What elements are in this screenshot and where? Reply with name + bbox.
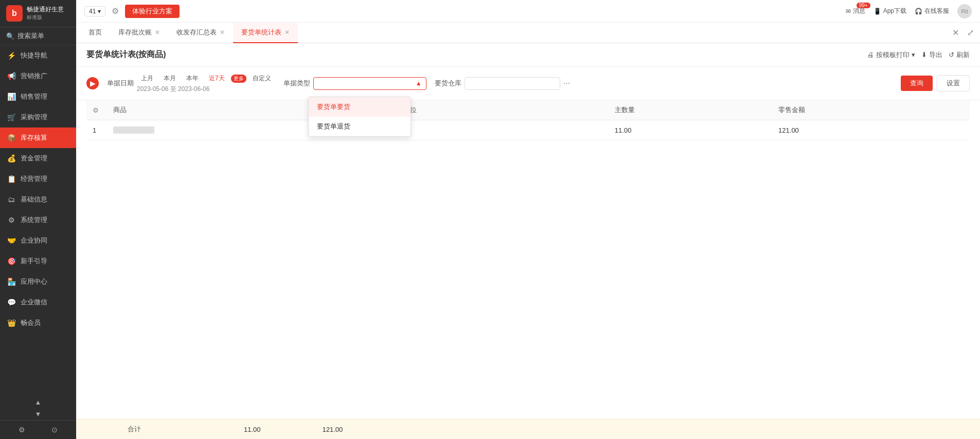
headset-icon: 🎧 [915, 8, 922, 15]
sidebar-item-label: 基础信息 [21, 195, 47, 204]
sidebar-item-operations[interactable]: 📋 经营管理 [0, 169, 76, 189]
filter-date-group: 单据日期 上月 本月 本年 近7天 更多 自定义 2023-05-06 至 20… [107, 73, 275, 94]
settings-btn[interactable]: 设置 [937, 75, 970, 92]
this-year-btn[interactable]: 本年 [182, 73, 203, 84]
last-month-btn[interactable]: 上月 [137, 73, 157, 84]
filter-bar: ▶ 单据日期 上月 本月 本年 近7天 更多 自定义 2023-05-06 至 … [76, 67, 980, 100]
query-btn[interactable]: 查询 [901, 76, 933, 91]
sidebar-item-marketing[interactable]: 📢 营销推广 [0, 66, 76, 86]
tab-label: 库存批次账 [118, 28, 152, 37]
sidebar-item-guide[interactable]: 🎯 新手引导 [0, 251, 76, 271]
print-label: 按模板打印 [876, 50, 910, 60]
tab-close-icon[interactable]: ✕ [284, 29, 290, 36]
page-actions: 🖨 按模板打印 ▾ ⬇ 导出 ↺ 刷新 [867, 50, 970, 66]
sidebar-item-wechat[interactable]: 💬 企业微信 [0, 292, 76, 313]
table-head: ⚙ 商品 主计量单位 主数量 零售金额 [86, 100, 970, 120]
sidebar-item-sales[interactable]: 📊 销售管理 [0, 86, 76, 107]
tab-label: 要货单统计表 [241, 28, 281, 37]
sidebar-item-appstore[interactable]: 🏪 应用中心 [0, 271, 76, 292]
sidebar-item-label: 企业微信 [21, 298, 47, 307]
sidebar-item-system[interactable]: ⚙ 系统管理 [0, 210, 76, 230]
enterprise-icon: 🤝 [6, 235, 16, 246]
quick-nav-icon: ⚡ [6, 50, 16, 61]
print-btn[interactable]: 🖨 按模板打印 ▾ [867, 50, 915, 60]
tab-close-icon[interactable]: ✕ [155, 29, 160, 36]
this-month-btn[interactable]: 本月 [159, 73, 180, 84]
filter-expand-btn[interactable]: ▶ [86, 77, 99, 89]
tab-request-stats[interactable]: 要货单统计表 ✕ [233, 23, 298, 43]
company-selector[interactable]: 41 ▾ [84, 6, 105, 16]
app-download-label: App下载 [883, 7, 906, 15]
tab-close-icon[interactable]: ✕ [220, 29, 225, 36]
type-dropdown-arrow[interactable]: ▲ [416, 80, 422, 87]
trial-btn[interactable]: 体验行业方案 [125, 5, 180, 18]
col-unit-header: 主计量单位 [377, 100, 609, 120]
sidebar-scroll-up[interactable]: ▲ [0, 396, 76, 408]
refresh-icon: ↺ [949, 51, 954, 59]
print-icon: 🖨 [867, 51, 874, 59]
sidebar-search[interactable]: 🔍 搜索菜单 [0, 27, 76, 45]
tabs-bar: 首页 库存批次账 ✕ 收发存汇总表 ✕ 要货单统计表 ✕ ✕ ⤢ [76, 23, 980, 43]
avatar-text: Rit [961, 8, 968, 14]
appstore-icon: 🏪 [6, 277, 16, 287]
dropdown-item-label: 要货单要货 [317, 103, 350, 111]
sidebar-item-label: 快捷导航 [21, 51, 47, 60]
col-settings-header: ⚙ [86, 100, 107, 120]
tab-home[interactable]: 首页 [80, 23, 110, 43]
row-index: 1 [86, 120, 107, 140]
sidebar-item-enterprise[interactable]: 🤝 企业协同 [0, 230, 76, 251]
sidebar-scroll-down[interactable]: ▼ [0, 408, 76, 420]
sidebar-collapse-btn[interactable]: ⊙ [51, 426, 58, 434]
content: 要货单统计表(按商品) 🖨 按模板打印 ▾ ⬇ 导出 ↺ 刷新 ▶ [76, 43, 980, 439]
date-range-display: 2023-05-06 至 2023-06-06 [137, 85, 275, 94]
basic-icon: 🗂 [6, 194, 16, 205]
sidebar-item-finance[interactable]: 💰 资金管理 [0, 148, 76, 169]
dropdown-item-return[interactable]: 要货单退货 [309, 117, 411, 136]
sidebar-item-purchase[interactable]: 🛒 采购管理 [0, 107, 76, 127]
main: 41 ▾ ⚙ 体验行业方案 ✉ 消息 99+ 📱 App下载 🎧 在线客服 Ri… [76, 0, 980, 439]
type-selector[interactable]: ▲ [313, 77, 426, 90]
sidebar-item-quick-nav[interactable]: ⚡ 快捷导航 [0, 45, 76, 66]
purchase-icon: 🛒 [6, 112, 16, 122]
footer-total-label: 合计 [107, 425, 141, 434]
filter-actions: 查询 设置 [901, 75, 970, 92]
tabs-actions: ✕ ⤢ [950, 27, 976, 39]
refresh-btn[interactable]: ↺ 刷新 [949, 50, 970, 60]
filter-more-btn[interactable]: ··· [563, 79, 570, 88]
tab-inventory-batch[interactable]: 库存批次账 ✕ [110, 23, 168, 43]
sidebar-settings-btn[interactable]: ⚙ [19, 426, 25, 434]
export-btn[interactable]: ⬇ 导出 [921, 50, 942, 60]
more-dates-badge[interactable]: 更多 [231, 75, 246, 83]
tab-close-all-btn[interactable]: ✕ [950, 27, 961, 39]
page-title: 要货单统计表(按商品) [86, 49, 166, 66]
table-body: 1 块 11.00 121.00 [86, 120, 970, 140]
filter-type-group: 单据类型 ▲ 要货单要货 要货单退货 [283, 77, 426, 90]
dropdown-item-order[interactable]: 要货单要货 [309, 97, 411, 117]
data-table: ⚙ 商品 主计量单位 主数量 零售金额 1 [86, 100, 970, 140]
custom-date-btn[interactable]: 自定义 [248, 73, 275, 84]
date-range-buttons: 上月 本月 本年 近7天 更多 自定义 [137, 73, 275, 84]
sidebar-item-inventory[interactable]: 📦 库存核算 [0, 127, 76, 148]
sidebar-item-label: 资金管理 [21, 154, 47, 163]
topbar-settings-icon[interactable]: ⚙ [110, 4, 121, 18]
messages-btn[interactable]: ✉ 消息 99+ [846, 7, 865, 15]
table-container: ⚙ 商品 主计量单位 主数量 零售金额 1 [76, 100, 980, 419]
sidebar-item-label: 采购管理 [21, 113, 47, 122]
sidebar-item-basic[interactable]: 🗂 基础信息 [0, 189, 76, 210]
sidebar-footer: ⚙ ⊙ [0, 420, 76, 439]
filter-warehouse-group: 要货仓库 ··· [435, 77, 570, 90]
service-btn[interactable]: 🎧 在线客服 [915, 7, 949, 15]
sidebar-item-member[interactable]: 👑 畅会员 [0, 313, 76, 333]
column-settings-icon[interactable]: ⚙ [93, 106, 99, 114]
user-avatar[interactable]: Rit [957, 4, 972, 19]
tab-receivable-summary[interactable]: 收发存汇总表 ✕ [168, 23, 233, 43]
warehouse-input[interactable] [465, 77, 560, 90]
type-input[interactable] [318, 80, 416, 87]
tab-expand-btn[interactable]: ⤢ [965, 27, 976, 39]
sidebar-item-label: 系统管理 [21, 215, 47, 225]
date-filter-label: 单据日期 [107, 79, 134, 88]
app-download-btn[interactable]: 📱 App下载 [874, 7, 906, 15]
type-filter-label: 单据类型 [283, 79, 310, 88]
last-7days-btn[interactable]: 近7天 [205, 73, 229, 84]
row-unit: 块 [377, 120, 609, 140]
